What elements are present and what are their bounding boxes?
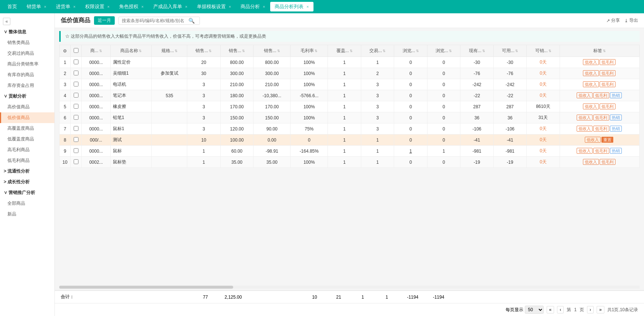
row-checkbox[interactable] [71,146,82,157]
sidebar-item-high-value[interactable]: 高价值商品 [0,102,54,112]
row-brow2: 0 [427,90,460,101]
nav-purchase[interactable]: 进货单 × [51,2,80,11]
row-check[interactable] [74,93,78,98]
per-page-select[interactable]: 50 100 [525,306,544,314]
row-checkbox[interactable] [71,57,82,68]
row-brow1[interactable]: 0 [394,79,427,90]
row-checkbox[interactable] [71,123,82,135]
close-icon[interactable]: × [185,4,187,9]
close-icon[interactable]: × [141,4,144,9]
row-brow1[interactable]: 0 [394,90,427,101]
row-code: 0000... [82,123,111,135]
scrollbar-thumb[interactable] [59,286,233,289]
row-s3: -10,380... [254,90,291,101]
row-brow1[interactable]: 0 [394,123,427,135]
horizontal-scrollbar[interactable] [59,286,640,289]
row-checkbox[interactable] [71,157,82,168]
row-check[interactable] [74,82,78,86]
row-s3: -98.91 [254,146,291,157]
row-check[interactable] [74,126,78,131]
row-index: 3 [60,79,71,90]
row-s2: 800.00 [220,57,254,68]
th-spec: 规格...⇅ [152,45,187,57]
close-icon[interactable]: × [229,4,231,9]
sidebar-item-low-coverage[interactable]: 低覆盖度商品 [0,134,54,145]
share-btn[interactable]: ↗ 分享 [606,17,620,24]
sidebar-collapse-btn[interactable]: « [3,18,10,25]
row-sale: 0天 [527,146,560,157]
select-all-checkbox[interactable] [74,48,78,53]
nav-product-in[interactable]: 产成品入库单 × [149,2,192,11]
sidebar-item-sales-products[interactable]: 销售类商品 [0,37,54,48]
nav-role[interactable]: 角色授权 × [115,2,148,11]
row-brow1[interactable]: 0 [394,57,427,68]
row-s4: 100% [291,79,328,90]
nav-product-analysis[interactable]: 商品分析 × [236,2,269,11]
next-page-btn[interactable]: › [587,306,594,313]
search-input[interactable] [122,18,188,23]
row-check[interactable] [74,159,78,164]
sidebar-item-high-coverage[interactable]: 高覆盖度商品 [0,123,54,134]
export-btn[interactable]: ⤓ 导出 [624,17,638,24]
row-brow1[interactable]: 0 [394,112,427,123]
sidebar-item-stock[interactable]: 有库存的商品 [0,69,54,80]
search-icon[interactable]: 🔍 [188,18,195,24]
close-icon[interactable]: × [263,4,265,9]
row-sale: 0天 [527,90,560,101]
first-page-btn[interactable]: « [547,306,554,313]
row-sale: 0天 [527,79,560,90]
row-check[interactable] [74,104,78,109]
close-icon[interactable]: × [73,4,76,9]
prev-page-btn[interactable]: ‹ [557,306,564,313]
last-page-btn[interactable]: » [597,306,604,313]
close-icon[interactable]: × [44,4,46,9]
row-brow2: 0 [427,112,460,123]
sidebar-group-growth[interactable]: > 成长性分析 [0,177,54,187]
row-checkbox[interactable] [71,90,82,101]
filter-recent-month-btn[interactable]: 近一月 [94,16,115,25]
sidebar-group-overall[interactable]: ∨ 整体信息 [0,27,54,37]
nav-sales[interactable]: 销货单 × [22,2,51,11]
sidebar-item-category-rate[interactable]: 商品分类销售率 [0,59,54,69]
th-settings[interactable]: ⚙ [60,45,71,57]
sidebar-item-low-profit[interactable]: 低毛利商品 [0,155,54,166]
sidebar-item-all-products[interactable]: 全部商品 [0,198,54,209]
row-checkbox[interactable] [71,101,82,112]
row-index: 8 [60,135,71,146]
row-checkbox[interactable] [71,79,82,90]
row-checkbox[interactable] [71,68,82,79]
sidebar-item-new-products[interactable]: 新品 [0,209,54,220]
row-brow1[interactable]: 0 [394,68,427,79]
row-brow1[interactable]: 0 [394,157,427,168]
row-check[interactable] [74,115,78,120]
sidebar-item-capital[interactable]: 库存资金占用 [0,80,54,91]
close-icon[interactable]: × [306,4,309,9]
nav-template[interactable]: 单据模板设置 × [192,2,235,11]
row-checkbox[interactable] [71,135,82,146]
nav-product-analysis-list[interactable]: 商品分析列表 × [270,2,313,11]
close-icon[interactable]: × [107,4,110,9]
tag-label: 低毛利 [593,148,609,154]
nav-home[interactable]: 首页 [3,2,21,11]
row-check[interactable] [74,148,78,153]
sidebar-item-low-value[interactable]: 低价值商品 [0,112,54,123]
row-check[interactable] [74,60,78,64]
nav-permission[interactable]: 权限设置 × [81,2,114,11]
row-brow1[interactable]: 0 [394,135,427,146]
sidebar-group-contribution[interactable]: ∨ 贡献分析 [0,91,54,102]
th-current: 现有...⇅ [460,45,494,57]
sidebar-item-traded[interactable]: 交易过的商品 [0,48,54,59]
row-check[interactable] [74,71,78,75]
row-tags: 低收入低毛利 [560,68,639,79]
row-brow1[interactable]: 0 [394,101,427,112]
th-checkbox[interactable] [71,45,82,57]
sidebar-item-high-profit[interactable]: 高毛利商品 [0,145,54,155]
row-checkbox[interactable] [71,112,82,123]
sidebar-group-flow[interactable]: > 流通性分析 [0,166,54,177]
sidebar-group-marketing[interactable]: ∨ 营销推广分析 [0,187,54,198]
row-tags: 低收入低毛利 [560,157,639,168]
row-check[interactable] [74,137,78,142]
table-wrapper[interactable]: ⚙ 商...⇅ 商品名称⇅ 规格...⇅ 销售...⇅ 销售...⇅ 销售...… [55,45,644,286]
row-brow1[interactable]: 1 [394,146,427,157]
row-brow2: 0 [427,157,460,168]
